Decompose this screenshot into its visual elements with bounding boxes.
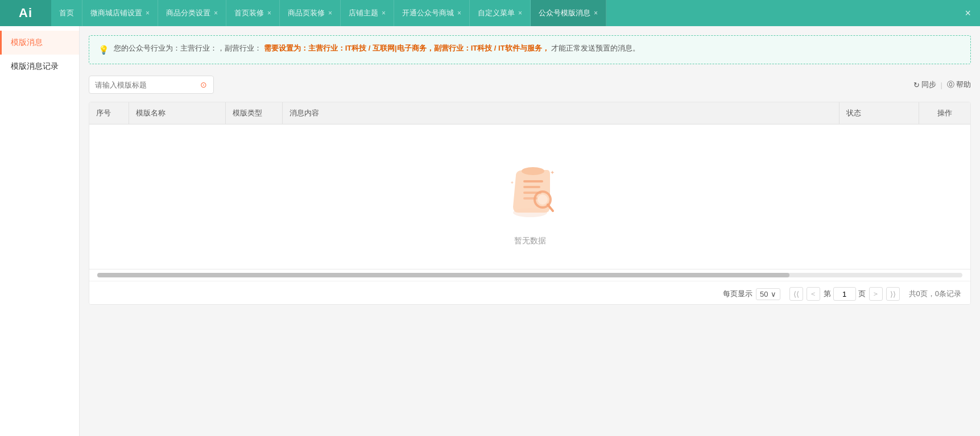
main-layout: 模版消息 模版消息记录 💡 您的公众号行业为：主营行业：，副营行业： 需要设置为… <box>0 26 980 436</box>
search-bar: ⊙ ↻ 同步 | ⓪ 帮助 <box>89 76 971 94</box>
svg-point-7 <box>537 194 548 205</box>
page-number-input[interactable] <box>833 287 856 301</box>
th-status: 状态 <box>840 102 919 124</box>
tab-category-close[interactable]: × <box>214 9 218 17</box>
sidebar-item-template-msg[interactable]: 模版消息 <box>0 31 79 55</box>
next-page-button[interactable]: ＞ <box>869 287 883 301</box>
tab-public-mall-close[interactable]: × <box>457 9 461 17</box>
tab-theme[interactable]: 店铺主题 × <box>341 0 394 26</box>
tab-bar: 首页 微商城店铺设置 × 商品分类设置 × 首页装修 × 商品页装修 × 店铺主… <box>51 0 956 26</box>
prev-page-button[interactable]: ＜ <box>807 287 820 301</box>
notice-icon: 💡 <box>98 43 109 57</box>
th-content: 消息内容 <box>283 102 840 124</box>
tab-home-label: 首页 <box>59 8 74 18</box>
notice-text-before: 您的公众号行业为：主营行业：，副营行业： <box>114 44 262 52</box>
svg-text:✦: ✦ <box>550 169 555 176</box>
empty-state: ✦ ✦ 暂无数据 <box>89 124 970 269</box>
content-area: 💡 您的公众号行业为：主营行业：，副营行业： 需要设置为：主营行业：IT科技 /… <box>80 26 980 436</box>
tab-template-msg[interactable]: 公众号模版消息 × <box>531 0 606 26</box>
th-index: 序号 <box>89 102 129 124</box>
tab-product-close[interactable]: × <box>328 9 332 17</box>
tab-weshop-label: 微商城店铺设置 <box>90 8 142 18</box>
global-close-button[interactable]: × <box>956 7 980 19</box>
tab-homepage-label: 首页装修 <box>234 8 264 18</box>
notice-text: 您的公众号行业为：主营行业：，副营行业： 需要设置为：主营行业：IT科技 / 互… <box>114 43 640 55</box>
last-page-button[interactable]: ⟩⟩ <box>886 287 900 301</box>
per-page-dropdown-icon: ∨ <box>771 290 776 298</box>
notice-text-after: 才能正常发送预置的消息。 <box>551 44 640 52</box>
empty-text: 暂无数据 <box>514 236 546 246</box>
per-page-value: 50 <box>760 290 768 298</box>
tab-product[interactable]: 商品页装修 × <box>280 0 341 26</box>
search-input[interactable] <box>95 81 200 89</box>
tab-home[interactable]: 首页 <box>51 0 82 26</box>
sync-icon: ↻ <box>913 81 920 89</box>
sidebar: 模版消息 模版消息记录 <box>0 26 80 436</box>
tab-custom-menu-close[interactable]: × <box>518 9 522 17</box>
help-icon: ⓪ <box>947 80 954 90</box>
sync-button[interactable]: ↻ 同步 <box>913 80 936 90</box>
tab-public-mall[interactable]: 开通公众号商城 × <box>394 0 470 26</box>
table-header: 序号 模版名称 模版类型 消息内容 状态 操作 <box>89 102 970 124</box>
sync-label: 同步 <box>921 80 936 90</box>
search-bar-right: ↻ 同步 | ⓪ 帮助 <box>913 80 971 90</box>
h-scrollbar-wrap <box>89 269 970 281</box>
page-size-select: 每页显示 50 ∨ <box>723 288 780 300</box>
per-page-select[interactable]: 50 ∨ <box>756 288 780 300</box>
sidebar-item-template-msg-record[interactable]: 模版消息记录 <box>0 55 79 78</box>
svg-rect-3 <box>523 186 540 188</box>
tab-template-msg-close[interactable]: × <box>594 9 598 17</box>
h-scrollbar[interactable] <box>97 273 962 277</box>
help-label: 帮助 <box>956 80 971 90</box>
tab-public-mall-label: 开通公众号商城 <box>402 8 454 18</box>
sidebar-item-template-msg-label: 模版消息 <box>11 38 43 47</box>
empty-state-icon: ✦ ✦ <box>496 159 564 227</box>
page-label-before: 第 <box>824 289 831 299</box>
toolbar-divider: | <box>941 81 942 89</box>
tab-homepage-close[interactable]: × <box>267 9 271 17</box>
table-wrapper: 序号 模版名称 模版类型 消息内容 状态 操作 <box>89 102 971 305</box>
notice-box: 💡 您的公众号行业为：主营行业：，副营行业： 需要设置为：主营行业：IT科技 /… <box>89 35 971 64</box>
search-bar-left: ⊙ <box>89 76 214 94</box>
tab-category-label: 商品分类设置 <box>166 8 210 18</box>
page-label-after: 页 <box>858 289 866 299</box>
notice-highlight: 需要设置为：主营行业：IT科技 / 互联网|电子商务，副营行业：IT科技 / I… <box>264 44 549 52</box>
th-action: 操作 <box>919 102 970 124</box>
total-info: 共0页，0条记录 <box>909 289 961 299</box>
tab-product-label: 商品页装修 <box>288 8 325 18</box>
page-input-wrap: 第 页 <box>824 287 866 301</box>
search-icon[interactable]: ⊙ <box>200 80 207 89</box>
per-page-label: 每页显示 <box>723 289 752 299</box>
tab-category[interactable]: 商品分类设置 × <box>158 0 226 26</box>
tab-custom-menu-label: 自定义菜单 <box>478 8 515 18</box>
app-logo: Ai <box>0 0 51 26</box>
top-nav: Ai 首页 微商城店铺设置 × 商品分类设置 × 首页装修 × 商品页装修 × … <box>0 0 980 26</box>
search-input-wrap[interactable]: ⊙ <box>89 76 214 94</box>
tab-theme-close[interactable]: × <box>382 9 386 17</box>
sidebar-item-template-msg-record-label: 模版消息记录 <box>11 61 59 70</box>
page-nav: ⟨⟨ ＜ 第 页 ＞ ⟩⟩ <box>789 287 900 301</box>
tab-homepage[interactable]: 首页装修 × <box>226 0 280 26</box>
tab-theme-label: 店铺主题 <box>349 8 378 18</box>
pagination: 每页显示 50 ∨ ⟨⟨ ＜ 第 页 ＞ ⟩⟩ <box>89 281 970 304</box>
first-page-button[interactable]: ⟨⟨ <box>789 287 803 301</box>
tab-custom-menu[interactable]: 自定义菜单 × <box>470 0 531 26</box>
svg-text:✦: ✦ <box>510 180 514 185</box>
svg-point-1 <box>522 167 544 175</box>
th-name: 模版名称 <box>129 102 226 124</box>
h-scrollbar-thumb <box>97 273 789 277</box>
svg-rect-2 <box>523 180 543 182</box>
tab-template-msg-label: 公众号模版消息 <box>539 8 590 18</box>
tab-weshop-close[interactable]: × <box>146 9 150 17</box>
tab-weshop[interactable]: 微商城店铺设置 × <box>82 0 158 26</box>
help-button[interactable]: ⓪ 帮助 <box>947 80 971 90</box>
th-type: 模版类型 <box>226 102 283 124</box>
